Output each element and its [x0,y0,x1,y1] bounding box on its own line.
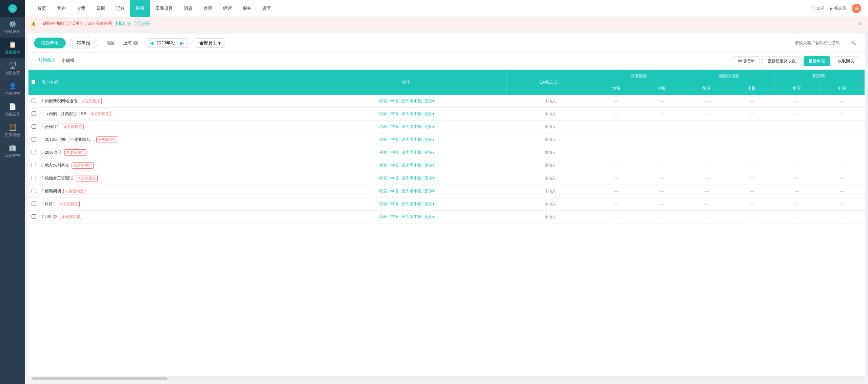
avatar[interactable]: 会 [852,4,861,13]
op-more[interactable]: 更多▾ [424,137,434,142]
banner-link-report[interactable]: 申报汇签 [115,21,131,26]
nav-manage[interactable]: 管理 [198,0,218,17]
op-more[interactable]: 更多▾ [424,150,434,155]
op-more[interactable]: 更多▾ [424,111,434,116]
op-more[interactable]: 更多▾ [424,124,434,129]
row-checkbox[interactable] [32,163,36,167]
op-more[interactable]: 更多▾ [424,176,434,180]
btn-update-tax[interactable]: 更新税定及取数 [762,56,801,66]
sidebar-item-annual-report[interactable]: 🏢 工商年报 [0,141,25,162]
op-zero-declare[interactable]: 设为零申报 [401,137,422,142]
upgrade-btn[interactable]: ▶ 畅会员 [830,5,846,11]
row-cell-4: — [774,108,819,121]
row-checkbox[interactable] [32,137,36,142]
op-more[interactable]: 更多▾ [424,99,434,103]
op-declare[interactable]: 申报 [390,111,398,116]
op-more[interactable]: 更多▾ [424,189,434,193]
sidebar-item-settlement[interactable]: 🧮 汇算清缴 [0,120,25,141]
data-table: 客户名称 操作 CA状态 C... 财务报表 增值税报表 附加税 填写 申报 [28,70,865,223]
search-icon[interactable]: 🔍 [851,41,856,45]
op-tax-table[interactable]: 税表 [379,163,387,168]
select-all-checkbox[interactable] [31,80,36,84]
staff-selector[interactable]: 全部员工 ▾ [196,38,224,48]
region-info-icon[interactable]: i [133,41,138,45]
fullscreen-btn[interactable]: ⛶ 全屏 [811,5,824,11]
banner-close-btn[interactable]: ✕ [858,21,862,26]
row-checkbox-cell [28,159,39,172]
op-more[interactable]: 更多▾ [424,163,434,168]
op-tax-table[interactable]: 税表 [379,189,387,193]
sidebar-item-tax-overview[interactable]: 🖥️ 报税总览 [0,58,25,79]
search-input[interactable] [795,41,849,45]
op-declare[interactable]: 申报 [390,189,398,193]
op-zero-declare[interactable]: 设为零申报 [401,201,422,206]
op-tax-table[interactable]: 税表 [379,124,387,129]
sidebar-item-tax-record[interactable]: 📄 报税记录 [0,100,25,120]
btn-declaration-record[interactable]: 申报记录 [733,56,760,66]
row-checkbox[interactable] [32,124,36,129]
row-checkbox[interactable] [32,99,36,103]
op-declare[interactable]: 申报 [390,163,398,168]
sidebar-item-tax-settings[interactable]: ⚙️ 报税设置 [0,17,25,38]
date-prev-btn[interactable]: ◀ [150,40,154,46]
op-zero-declare[interactable]: 设为零申报 [401,189,422,193]
op-tax-table[interactable]: 税表 [379,201,387,206]
op-declare[interactable]: 申报 [390,99,398,103]
nav-billing[interactable]: 收费 [71,0,91,17]
tab-small-scale[interactable]: 小规模 [61,58,75,65]
tab-tax-declaration[interactable]: 税款申报 [34,38,66,48]
op-zero-declare[interactable]: 设为零申报 [401,150,422,155]
nav-settings[interactable]: 设置 [257,0,277,17]
row-checkbox[interactable] [32,189,36,193]
op-declare[interactable]: 申报 [390,201,398,206]
nav-invoice[interactable]: 票据 [91,0,111,17]
op-tax-table[interactable]: 税表 [379,214,387,219]
op-declare[interactable]: 申报 [390,214,398,219]
nav-message[interactable]: 消息 [178,0,198,17]
op-tax-table[interactable]: 税表 [379,137,387,142]
row-cell-2: — [684,95,729,108]
nav-service[interactable]: 服务 [237,0,257,17]
op-more[interactable]: 更多▾ [424,214,434,219]
op-zero-declare[interactable]: 设为零申报 [401,124,422,129]
app-logo[interactable]: C [0,0,25,17]
op-tax-table[interactable]: 税表 [379,176,387,180]
nav-client[interactable]: 客户 [52,0,71,17]
btn-collect-receipt[interactable]: 收取回执 [833,56,859,66]
sidebar-item-personal-tax[interactable]: 👤 个税申报 [0,79,25,100]
op-declare[interactable]: 申报 [390,150,398,155]
row-checkbox[interactable] [32,150,36,154]
tab-zero-declaration[interactable]: 零申报 [70,38,97,48]
nav-business[interactable]: 工商项目 [150,0,178,17]
scroll-thumb[interactable] [32,377,167,380]
row-checkbox[interactable] [32,111,36,116]
op-more[interactable]: 更多▾ [424,201,434,206]
banner-link-buy[interactable]: 立即购买 [134,21,150,26]
row-checkbox[interactable] [32,201,36,206]
op-declare[interactable]: 申报 [390,124,398,129]
nav-tax[interactable]: 报税 [130,0,150,17]
op-zero-declare[interactable]: 设为零申报 [401,214,422,219]
op-declare[interactable]: 申报 [390,137,398,142]
row-checkbox[interactable] [32,214,36,219]
date-next-btn[interactable]: ▶ [180,40,184,46]
btn-batch-declare[interactable]: 批量申报 [804,56,830,66]
nav-ops[interactable]: 经营 [218,0,237,17]
op-zero-declare[interactable]: 设为零申报 [401,176,422,180]
op-zero-declare[interactable]: 设为零申报 [401,163,422,168]
row-checkbox[interactable] [32,176,36,180]
op-zero-declare[interactable]: 设为零申报 [401,99,422,103]
row-cell-4: — [774,95,819,108]
horizontal-scrollbar[interactable] [28,376,865,381]
op-tax-table[interactable]: 税表 [379,150,387,155]
sidebar-item-batch-tax[interactable]: 📋 批量报税 [0,38,25,58]
table-row: 10 科目2 未更新税定 税表 申报 设为零申报 更多▾ 未插入 —————— [28,211,865,223]
op-declare[interactable]: 申报 [390,176,398,180]
nav-home[interactable]: 首页 [32,0,52,17]
op-zero-declare[interactable]: 设为零申报 [401,111,422,116]
op-tax-table[interactable]: 税表 [379,99,387,103]
tab-row: 税款申报 零申报 地区： 上海 i ◀ 2023年2月 ▶ [28,34,865,53]
nav-bookkeeping[interactable]: 记账 [111,0,130,17]
tab-general-taxpayer[interactable]: 一般纳税人 [34,57,56,65]
op-tax-table[interactable]: 税表 [379,111,387,116]
